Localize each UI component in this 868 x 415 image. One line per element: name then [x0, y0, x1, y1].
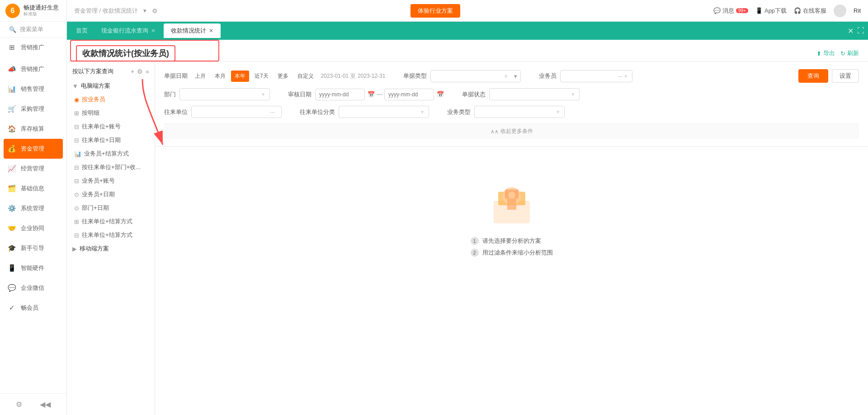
unit-settle1-icon: ⊞	[74, 218, 79, 225]
app-download-btn[interactable]: 📱 App下载	[755, 7, 787, 15]
scheme-unit-account[interactable]: ⊟ 往来单位+账号	[67, 120, 155, 133]
settings-bottom-icon[interactable]: ⚙	[16, 400, 22, 409]
tab-receipt[interactable]: 收款情况统计 ✕	[164, 24, 221, 38]
audit-date-from[interactable]	[315, 89, 365, 100]
sidebar-item-member[interactable]: ✓ 畅会员	[0, 298, 66, 318]
counterpart-input[interactable]: ···	[191, 106, 282, 118]
counterpart-cat-dropdown-icon: ▾	[421, 108, 424, 115]
export-btn[interactable]: ⬆ 导出	[816, 49, 835, 57]
header-left: 资金管理 / 收款情况统计 ▾ ⚙	[74, 7, 158, 15]
scheme-staff-date[interactable]: ⊙ 业务员+日期	[67, 188, 155, 201]
add-scheme-btn[interactable]: +	[131, 68, 134, 75]
marketing-icon: 📣	[7, 65, 16, 73]
doc-status-select[interactable]: ▾	[489, 88, 580, 100]
staff-date-icon: ⊙	[74, 191, 79, 198]
filter-biz-type-item: 业务类型 ▾	[447, 106, 565, 118]
counterpart-cat-select[interactable]: ▾	[339, 106, 429, 118]
search-icon: 🔍	[9, 26, 16, 33]
scheme-staff-settle[interactable]: 📊 业务员+结算方式	[67, 147, 155, 160]
sidebar-item-sales[interactable]: 📊 销售管理	[0, 79, 66, 99]
doc-type-select[interactable]: ▾	[430, 70, 521, 82]
sidebar-item-inventory[interactable]: 🏠 库存核算	[0, 119, 66, 139]
settings-btn[interactable]: 设置	[832, 69, 859, 83]
filter-counterpart-item: 往来单位 ···	[164, 106, 282, 118]
sidebar-item-marketing[interactable]: 📣 营销推广	[0, 59, 66, 79]
dept-select[interactable]: ▾	[179, 88, 270, 100]
tab-receipt-close[interactable]: ✕	[209, 28, 213, 34]
scheme-settings-btn[interactable]: ⚙	[137, 68, 143, 75]
tab-this-year[interactable]: 本年	[231, 71, 249, 82]
trial-btn[interactable]: 体验行业方案	[410, 4, 460, 18]
sidebar-item-system[interactable]: ⚙️ 系统管理	[0, 198, 66, 218]
desktop-category[interactable]: ▼ 电脑端方案	[67, 79, 155, 93]
empty-tips: 1 请先选择要分析的方案 2 用过滤条件来缩小分析范围	[471, 237, 553, 257]
collapse-sidebar-icon[interactable]: ◀◀	[40, 400, 51, 409]
user-avatar[interactable]	[834, 5, 846, 17]
sidebar-item-quick-nav[interactable]: ⊞ 营销推广	[0, 38, 66, 57]
tab-bar: 首页 现金银行流水查询 ✕ 收款情况统计 ✕ ✕ ⛶	[67, 22, 868, 40]
filter-staff-item: 业务员 ··· ▾	[539, 70, 632, 82]
filter-date-item: 单据日期 上月 本月 本年 近7天 更多 自定义 2023-01-01 至	[164, 71, 385, 82]
refresh-btn[interactable]: ↻ 刷新	[840, 49, 859, 57]
biz-type-label: 业务类型	[447, 108, 471, 116]
sidebar-item-purchase[interactable]: 🛒 采购管理	[0, 99, 66, 119]
filter-row-3: 往来单位 ··· 往来单位分类 ▾ 业务类型	[164, 106, 859, 118]
close-window-btn[interactable]: ✕	[848, 27, 854, 35]
audit-date-to[interactable]	[384, 89, 434, 100]
audit-to-calendar-icon[interactable]: 📅	[437, 91, 444, 98]
member-icon: ✓	[7, 304, 16, 312]
date-label: 单据日期	[164, 72, 188, 80]
counterpart-more-icon: ···	[270, 108, 275, 115]
doc-type-label: 单据类型	[403, 72, 427, 80]
scheme-unit-settle1[interactable]: ⊞ 往来单位+结算方式	[67, 215, 155, 228]
tab-custom[interactable]: 自定义	[294, 71, 317, 82]
biz-type-select[interactable]: ▾	[474, 106, 565, 118]
sidebar-item-basic[interactable]: 🗂️ 基础信息	[0, 179, 66, 198]
panel-header: 按以下方案查询 + ⚙ «	[67, 67, 155, 79]
corp-icon: 🤝	[7, 224, 16, 232]
sidebar-item-wechat[interactable]: 💬 企业微信	[0, 278, 66, 298]
sidebar-item-fund[interactable]: 💰 资金管理	[4, 139, 63, 159]
scheme-staff-account[interactable]: ⊟ 业务员+账号	[67, 174, 155, 188]
scheme-unit-dept[interactable]: ⊟ 按往来单位+部门+收...	[67, 160, 155, 174]
filter-action-btns: 查询 设置	[798, 69, 859, 83]
left-panel: 按以下方案查询 + ⚙ « ▼ 电脑端方案 ◉ 按业务员 ⊞ 按明细 ⊟	[67, 62, 155, 415]
scheme-unit-settle2[interactable]: ⊟ 往来单位+结算方式	[67, 228, 155, 242]
tab-more[interactable]: 更多	[274, 71, 292, 82]
mobile-category[interactable]: ▶ 移动端方案	[67, 242, 155, 255]
query-btn[interactable]: 查询	[798, 69, 828, 83]
sidebar-item-operation[interactable]: 📈 经营管理	[0, 159, 66, 179]
maximize-window-btn[interactable]: ⛶	[857, 27, 864, 35]
message-badge: 99+	[736, 8, 748, 13]
scheme-by-staff[interactable]: ◉ 按业务员	[67, 93, 155, 106]
sidebar-item-hardware[interactable]: 📱 智能硬件	[0, 258, 66, 278]
scheme-unit-date[interactable]: ⊟ 往来单位+日期	[67, 133, 155, 147]
staff-select[interactable]: ··· ▾	[560, 70, 632, 82]
staff-more-icon: ···	[618, 73, 623, 80]
tab-bank[interactable]: 现金银行流水查询 ✕	[94, 24, 163, 38]
sidebar-item-guide[interactable]: 🎓 新手引导	[0, 238, 66, 258]
collapse-panel-btn[interactable]: «	[146, 68, 149, 75]
sidebar-item-corp[interactable]: 🤝 企业协同	[0, 218, 66, 238]
biz-type-dropdown-icon: ▾	[557, 108, 560, 115]
sidebar: 6 畅捷通好生意 标准版 🔍 搜索菜单 ⊞ 营销推广 📣 营销推广 📊 销售管理…	[0, 0, 67, 415]
search-menu-item[interactable]: 🔍 搜索菜单	[0, 22, 66, 38]
empty-state: 1 请先选择要分析的方案 2 用过滤条件来缩小分析范围	[155, 146, 868, 415]
tab-bank-close[interactable]: ✕	[151, 28, 156, 34]
scheme-by-detail[interactable]: ⊞ 按明细	[67, 106, 155, 120]
tab-home[interactable]: 首页	[71, 24, 93, 38]
filter-doc-status-item: 单据状态 ▾	[462, 88, 580, 100]
tab-this-month[interactable]: 本月	[211, 71, 229, 82]
doc-type-dropdown-icon: ▾	[505, 73, 508, 80]
sidebar-bottom: ⚙ ◀◀	[0, 393, 66, 415]
breadcrumb-dropdown-icon[interactable]: ▾	[143, 7, 146, 14]
filter-counterpart-cat-item: 往来单位分类 ▾	[300, 106, 429, 118]
scheme-dept-date[interactable]: ⊙ 部门+日期	[67, 201, 155, 215]
messages-btn[interactable]: 💬 消息 99+	[713, 7, 748, 15]
tab-last7[interactable]: 近7天	[251, 71, 272, 82]
collapse-bar[interactable]: ∧∧ 收起更多条件	[164, 123, 859, 139]
header-gear-icon[interactable]: ⚙	[152, 7, 158, 14]
tab-prev-month[interactable]: 上月	[191, 71, 209, 82]
online-service-btn[interactable]: 🎧 在线客服	[794, 7, 826, 15]
audit-from-calendar-icon[interactable]: 📅	[368, 91, 375, 98]
